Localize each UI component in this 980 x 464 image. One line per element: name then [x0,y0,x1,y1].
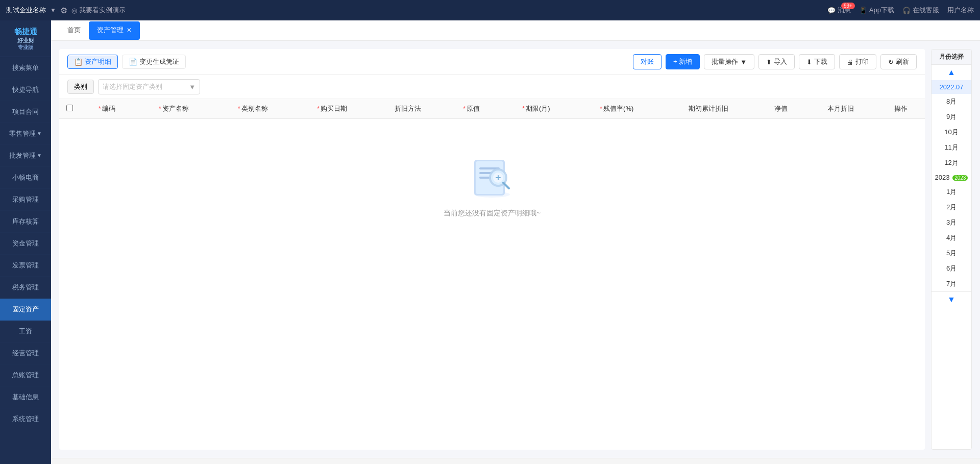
subtab-voucher-label: 变更生成凭证 [139,57,179,66]
month-item-3[interactable]: 3月 [932,215,971,230]
sidebar-item-retail[interactable]: 零售管理▼ [0,123,51,145]
tab-asset-label: 资产管理 [97,26,124,35]
month-item-7[interactable]: 7月 [932,276,971,291]
th-category: *类别名称 [213,99,292,119]
refresh-button[interactable]: ↻ 刷新 [880,54,917,69]
add-button[interactable]: + 新增 [666,54,700,69]
th-operation: 操作 [877,99,925,119]
subtab-voucher[interactable]: 📄 变更生成凭证 [122,55,186,69]
demo-link[interactable]: ◎ 我要看实例演示 [71,6,126,15]
month-item-2[interactable]: 2月 [932,200,971,215]
category-placeholder: 请选择固定资产类别 [103,82,162,91]
download-button[interactable]: ⬇ 下载 [799,54,835,69]
sidebar-item-project[interactable]: 项目合同 [0,101,51,123]
current-year-badge: 2023 [952,175,968,181]
empty-text: 当前您还没有固定资产明细哦~ [444,209,541,218]
detail-tab-icon: 📋 [74,58,83,66]
month-item-10[interactable]: 10月 [932,125,971,140]
month-item-6[interactable]: 6月 [932,261,971,276]
main-panel: 📋 资产明细 📄 变更生成凭证 对账 + 新增 批量操作 ▼ [59,49,925,450]
sidebar-item-search[interactable]: 搜索菜单 [0,57,51,79]
company-dropdown-icon[interactable]: ▼ [50,7,56,14]
table-container: *编码 *资产名称 *类别名称 *购买日期 折旧方法 *原值 *期限(月) *残… [59,99,925,450]
page-content: 📋 资产明细 📄 变更生成凭证 对账 + 新增 批量操作 ▼ [51,41,980,458]
month-item-12[interactable]: 12月 [932,155,971,170]
sidebar-item-invoice[interactable]: 发票管理 [0,255,51,277]
reconcile-button[interactable]: 对账 [633,54,662,69]
sidebar: 畅捷通 好业财 专业版 搜索菜单 快捷导航 项目合同 零售管理▼ 批发管理▼ 小… [0,20,51,464]
download-icon: ⬇ [806,58,812,66]
month-item-11[interactable]: 11月 [932,140,971,155]
table-header-row: *编码 *资产名称 *类别名称 *购买日期 折旧方法 *原值 *期限(月) *残… [59,99,925,119]
company-name[interactable]: 测试企业名称 [6,6,46,15]
filter-row: 类别 请选择固定资产类别 ▼ [59,75,925,99]
category-select[interactable]: 请选择固定资产类别 ▼ [98,79,200,94]
tab-bar: 首页 资产管理 ✕ [51,20,980,41]
month-item-1[interactable]: 1月 [932,184,971,200]
sidebar-item-finance[interactable]: 资金管理 [0,233,51,255]
batch-button[interactable]: 批量操作 ▼ [704,54,754,69]
sidebar-logo: 畅捷通 好业财 专业版 [0,20,51,57]
import-button[interactable]: ⬆ 导入 [758,54,795,69]
month-item-9[interactable]: 9月 [932,109,971,125]
settings-icon[interactable]: ⚙ [60,6,67,15]
th-name: *资产名称 [134,99,213,119]
category-filter-label[interactable]: 类别 [67,80,94,94]
sidebar-item-purchase[interactable]: 采购管理 [0,189,51,211]
headset-icon: 🎧 [902,7,911,14]
sidebar-item-ledger[interactable]: 总账管理 [0,364,51,386]
empty-state-row: 当前您还没有固定资产明细哦~ [59,119,925,249]
month-nav-up: ▲ [932,65,971,80]
sidebar-item-quicknav[interactable]: 快捷导航 [0,79,51,101]
sidebar-item-operations[interactable]: 经营管理 [0,343,51,364]
month-item-4[interactable]: 4月 [932,230,971,246]
sidebar-item-system[interactable]: 系统管理 [0,408,51,430]
app-download-button[interactable]: 📱 App下载 [859,6,894,15]
tab-home[interactable]: 首页 [59,21,89,40]
sidebar-item-tax[interactable]: 税务管理 [0,277,51,299]
service-button[interactable]: 🎧 在线客服 [902,6,939,15]
user-menu[interactable]: 用户名称 [947,6,974,15]
sidebar-item-basic[interactable]: 基础信息 [0,386,51,408]
empty-state: 当前您还没有固定资产明细哦~ [59,119,925,249]
asset-table: *编码 *资产名称 *类别名称 *购买日期 折旧方法 *原值 *期限(月) *残… [59,99,925,249]
top-bar: 测试企业名称 ▼ ⚙ ◎ 我要看实例演示 💬 消息 99+ 📱 App下载 🎧 … [0,0,980,20]
refresh-icon: ↻ [888,58,894,66]
select-all-checkbox[interactable] [66,105,73,111]
demo-icon: ◎ [71,7,77,14]
content-area: 首页 资产管理 ✕ 📋 资产明细 📄 变更生成凭证 [51,20,980,464]
import-icon: ⬆ [766,58,772,66]
month-up-button[interactable]: ▲ [945,67,958,78]
horizontal-scrollbar[interactable] [51,458,980,464]
messages-button[interactable]: 💬 消息 99+ [827,6,851,15]
wholesale-arrow-icon: ▼ [37,153,42,158]
month-item-5[interactable]: 5月 [932,246,971,261]
subtab-detail[interactable]: 📋 资产明细 [67,55,118,69]
month-item-8[interactable]: 8月 [932,94,971,109]
current-month-item[interactable]: 2022.07 [932,80,971,94]
top-bar-right: 💬 消息 99+ 📱 App下载 🎧 在线客服 用户名称 [827,6,974,15]
message-badge: 99+ [841,3,855,9]
month-down-button[interactable]: ▼ [945,294,958,305]
th-period: *期限(月) [499,99,574,119]
th-net-value: 净值 [757,99,804,119]
tab-asset[interactable]: 资产管理 ✕ [89,21,140,40]
tab-close-icon[interactable]: ✕ [127,27,132,34]
sidebar-item-salary[interactable]: 工资 [0,321,51,343]
app-subtitle: 专业版 [4,44,47,51]
print-button[interactable]: 🖨 打印 [839,54,876,69]
subtab-detail-label: 资产明细 [85,57,111,66]
main-layout: 畅捷通 好业财 专业版 搜索菜单 快捷导航 项目合同 零售管理▼ 批发管理▼ 小… [0,20,980,464]
app-title: 畅捷通 好业财 专业版 [4,27,47,51]
sidebar-item-inventory[interactable]: 库存核算 [0,211,51,233]
month-nav-down: ▼ [932,291,971,307]
sidebar-item-wholesale[interactable]: 批发管理▼ [0,145,51,167]
sidebar-item-fixed[interactable]: 固定资产 [0,299,51,321]
retail-arrow-icon: ▼ [37,131,42,136]
sub-tabs: 📋 资产明细 📄 变更生成凭证 对账 + 新增 批量操作 ▼ [59,49,925,75]
th-accumulated-depreciation: 期初累计折旧 [660,99,757,119]
year-2023-item[interactable]: 2023 2023 [932,170,971,184]
th-checkbox [59,99,80,119]
th-original-value: *原值 [444,99,499,119]
sidebar-item-ecommerce[interactable]: 小畅电商 [0,167,51,189]
